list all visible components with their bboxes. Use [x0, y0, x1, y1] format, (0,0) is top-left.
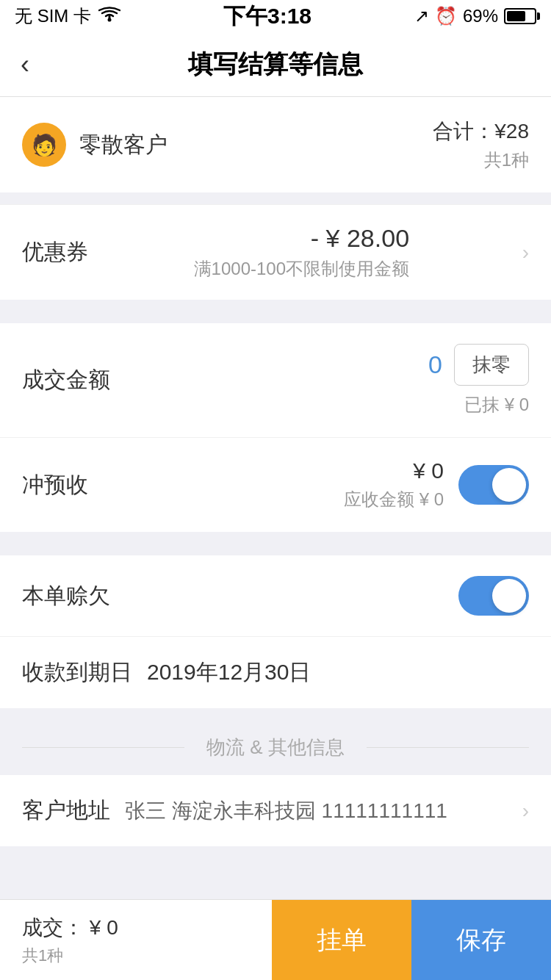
- status-bar: 无 SIM 卡 下午3:18 ↗ ⏰ 69%: [0, 0, 551, 32]
- coupon-section: 优惠券 - ¥ 28.00 满1000-100不限制使用金额 ›: [0, 204, 551, 300]
- svg-point-0: [108, 18, 112, 22]
- location-icon: ↗: [414, 6, 429, 26]
- divider-bg-2: [0, 544, 551, 555]
- avatar: 🧑: [22, 123, 66, 167]
- bottom-info: 成交： ¥ 0 共1种: [0, 900, 272, 980]
- coupon-sub: 满1000-100不限制使用金额: [194, 257, 409, 281]
- debt-row: 本单赊欠: [0, 555, 551, 636]
- hang-button[interactable]: 挂单: [272, 900, 411, 980]
- back-button[interactable]: ‹: [21, 49, 29, 80]
- address-value: 张三 海淀永丰科技园 11111111111: [125, 797, 515, 825]
- debt-section: 本单赊欠 收款到期日 2019年12月30日: [0, 555, 551, 708]
- due-date-value[interactable]: 2019年12月30日: [147, 657, 311, 688]
- customer-count: 共1种: [433, 148, 529, 172]
- due-date-row: 收款到期日 2019年12月30日: [0, 636, 551, 708]
- prepayment-amount: ¥ 0: [413, 458, 444, 483]
- customer-left: 🧑 零散客户: [22, 123, 168, 167]
- prepayment-toggle[interactable]: [458, 465, 529, 505]
- round-button[interactable]: 抹零: [454, 344, 529, 386]
- bottom-bar: 成交： ¥ 0 共1种 挂单 保存: [0, 899, 551, 980]
- customer-name: 零散客户: [79, 130, 168, 160]
- battery-icon: [504, 8, 536, 24]
- bottom-count-label: 共1种: [22, 945, 250, 967]
- address-row[interactable]: 客户地址 张三 海淀永丰科技园 11111111111 ›: [0, 775, 551, 846]
- customer-total: 合计：¥28: [433, 118, 529, 145]
- wifi-icon: [98, 6, 120, 26]
- coupon-discount: - ¥ 28.00: [311, 224, 409, 253]
- debt-toggle-knob: [492, 579, 526, 613]
- amount-label: 成交金额: [22, 365, 110, 395]
- page-title: 填写结算等信息: [188, 48, 363, 82]
- status-left: 无 SIM 卡: [15, 4, 120, 28]
- divider-line-right: [367, 747, 529, 748]
- prepayment-sub: 应收金额 ¥ 0: [344, 488, 444, 511]
- amount-row: 成交金额 0 抹零 已抹 ¥ 0: [0, 323, 551, 437]
- coupon-right: - ¥ 28.00 满1000-100不限制使用金额: [194, 224, 409, 281]
- debt-toggle[interactable]: [458, 576, 529, 616]
- logistics-label: 物流 & 其他信息: [206, 735, 345, 760]
- address-chevron-icon: ›: [522, 799, 529, 823]
- customer-section: 🧑 零散客户 合计：¥28 共1种: [0, 97, 551, 192]
- toggle-knob: [492, 468, 526, 502]
- status-time: 下午3:18: [223, 1, 311, 32]
- chevron-right-icon: ›: [522, 241, 529, 264]
- customer-row: 🧑 零散客户 合计：¥28 共1种: [0, 97, 551, 192]
- due-date-label: 收款到期日: [22, 657, 132, 688]
- bottom-deal-label: 成交： ¥ 0: [22, 914, 250, 942]
- sim-text: 无 SIM 卡: [15, 4, 91, 28]
- logistics-divider: 物流 & 其他信息: [0, 720, 551, 775]
- amount-input-area: 0 抹零: [413, 344, 529, 386]
- address-section: 客户地址 张三 海淀永丰科技园 11111111111 ›: [0, 775, 551, 846]
- divider-line-left: [22, 747, 184, 748]
- alarm-icon: ⏰: [435, 6, 457, 26]
- prepayment-label: 冲预收: [22, 470, 88, 500]
- prepayment-row: 冲预收 ¥ 0 应收金额 ¥ 0: [0, 437, 551, 532]
- amount-value[interactable]: 0: [413, 350, 442, 379]
- coupon-row[interactable]: 优惠券 - ¥ 28.00 满1000-100不限制使用金额 ›: [0, 204, 551, 300]
- address-label: 客户地址: [22, 796, 110, 826]
- nav-bar: ‹ 填写结算等信息: [0, 32, 551, 97]
- avatar-icon: 🧑: [32, 133, 57, 157]
- amount-section: 成交金额 0 抹零 已抹 ¥ 0 冲预收 ¥ 0 应收金额 ¥ 0: [0, 323, 551, 532]
- status-right: ↗ ⏰ 69%: [414, 6, 536, 26]
- amount-sub: 已抹 ¥ 0: [464, 393, 529, 417]
- coupon-label: 优惠券: [22, 237, 88, 267]
- debt-label: 本单赊欠: [22, 581, 110, 611]
- save-button[interactable]: 保存: [411, 900, 551, 980]
- battery-text: 69%: [463, 6, 498, 26]
- bottom-actions: 挂单 保存: [272, 900, 551, 980]
- main-content: 🧑 零散客户 合计：¥28 共1种 优惠券 - ¥ 28.00 满1000-10…: [0, 97, 551, 946]
- customer-right: 合计：¥28 共1种: [433, 118, 529, 172]
- divider-bg-1: [0, 311, 551, 323]
